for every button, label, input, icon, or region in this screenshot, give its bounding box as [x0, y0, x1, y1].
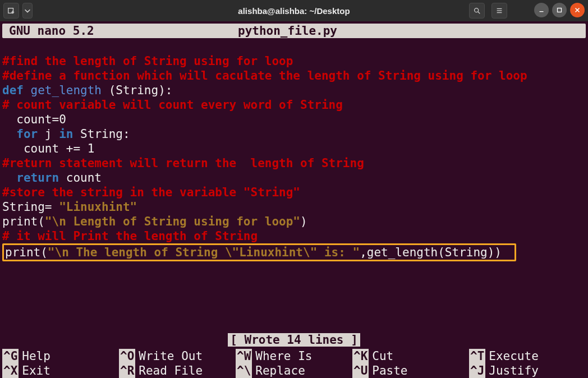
code-token: get_length [31, 84, 109, 97]
shortcut-whereis[interactable]: ^WWhere Is [236, 349, 352, 363]
menu-button[interactable] [491, 3, 507, 19]
shortcut-replace[interactable]: ^\Replace [236, 363, 352, 378]
maximize-icon [555, 6, 563, 14]
hamburger-icon [495, 7, 503, 15]
search-button[interactable] [469, 3, 485, 19]
code-line: # it will Print the length of String [2, 229, 258, 243]
code-line: #store the string in the variable "Strin… [2, 186, 300, 199]
code-line: #find the length of String using for loo… [2, 54, 293, 68]
shortcut-execute[interactable]: ^TExecute [469, 349, 586, 363]
status-message: [ Wrote 14 lines ] [228, 333, 360, 347]
new-tab-button[interactable] [3, 3, 19, 19]
code-token: "\n Length of String using for loop" [45, 215, 300, 228]
shortcut-exit[interactable]: ^XExit [2, 363, 119, 378]
code-token: in [59, 127, 80, 141]
minimize-button[interactable] [534, 3, 549, 17]
highlighted-line: print("\n The length of String \"Linuxhi… [2, 243, 516, 261]
code-line: count=0 [2, 113, 66, 126]
code-token: def [2, 84, 31, 97]
minimize-icon [538, 6, 545, 14]
close-button[interactable] [570, 3, 585, 17]
close-icon [573, 6, 581, 14]
nano-header: GNU nano 5.2 python_file.py [2, 24, 586, 38]
code-token: count [66, 171, 102, 185]
shortcut-cut[interactable]: ^KCut [352, 349, 469, 363]
maximize-button[interactable] [552, 3, 567, 17]
code-token: ,get_length(String)) [360, 246, 502, 259]
code-token: "\n The length of String \"Linuxhint\" i… [48, 246, 360, 259]
tab-plus-icon [7, 7, 15, 15]
code-token: print( [5, 246, 48, 259]
code-token: (String): [109, 84, 173, 97]
search-icon [473, 7, 481, 15]
svg-point-3 [475, 8, 479, 12]
window-titlebar: alishba@alishba: ~/Desktop [0, 0, 588, 21]
svg-rect-9 [558, 8, 562, 12]
terminal-area[interactable]: GNU nano 5.2 python_file.py #find the le… [0, 21, 588, 261]
code-line: # count variable will count every word o… [2, 98, 343, 112]
code-line: count += 1 [2, 142, 94, 155]
code-token: String= [2, 200, 59, 214]
code-token: for [2, 127, 45, 141]
shortcut-paste[interactable]: ^UPaste [352, 363, 469, 378]
nano-filename: python_file.py [238, 24, 586, 38]
code-editor[interactable]: #find the length of String using for loo… [2, 39, 586, 261]
dropdown-button[interactable] [22, 3, 33, 19]
nano-app-name: GNU nano 5.2 [2, 24, 238, 38]
shortcut-justify[interactable]: ^JJustify [469, 363, 586, 378]
shortcut-readfile[interactable]: ^RRead File [119, 363, 236, 378]
nano-status-line: [ Wrote 14 lines ] [0, 333, 588, 347]
code-token: return [2, 171, 66, 185]
code-line: #return statement will return the length… [2, 156, 364, 170]
code-token: j [45, 127, 59, 141]
code-token: String: [80, 127, 130, 141]
svg-line-4 [478, 12, 480, 14]
code-line: #define a function which will caculate t… [2, 69, 527, 82]
code-token: ) [300, 215, 307, 228]
nano-shortcuts: ^GHelp ^OWrite Out ^WWhere Is ^KCut ^TEx… [2, 349, 586, 378]
chevron-down-icon [24, 7, 31, 15]
code-token: print( [2, 215, 45, 228]
shortcut-help[interactable]: ^GHelp [2, 349, 119, 363]
shortcut-writeout[interactable]: ^OWrite Out [119, 349, 236, 363]
code-token: "Linuxhint" [59, 200, 137, 214]
